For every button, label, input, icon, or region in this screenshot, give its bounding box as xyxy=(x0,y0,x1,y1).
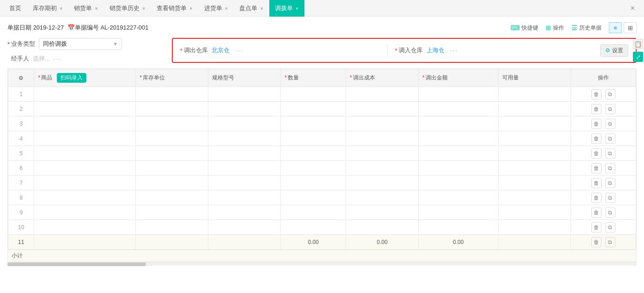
row-5-qty[interactable] xyxy=(281,146,346,161)
row-2-amount[interactable] xyxy=(419,102,498,116)
doc-number-value[interactable]: AL-20191227-001 xyxy=(100,24,148,31)
row-7-cost[interactable] xyxy=(346,176,419,190)
row-2-product[interactable] xyxy=(34,102,136,116)
horizontal-scrollbar[interactable] xyxy=(7,262,637,266)
row-6-product[interactable] xyxy=(34,161,136,176)
calendar-icon[interactable]: 📅 xyxy=(67,24,75,31)
row-9-cost[interactable] xyxy=(346,205,419,220)
row-1-product[interactable] xyxy=(34,87,136,102)
row-2-copy[interactable]: ⧉ xyxy=(605,104,615,114)
row-2-spec[interactable] xyxy=(208,102,281,116)
row-4-spec[interactable] xyxy=(208,131,281,146)
row-7-copy[interactable]: ⧉ xyxy=(605,178,615,188)
row-7-product[interactable] xyxy=(34,176,136,190)
row-8-cost[interactable] xyxy=(346,190,419,205)
row-7-amount[interactable] xyxy=(419,176,498,190)
tab-home[interactable]: 首页 xyxy=(4,0,27,17)
row-3-spec[interactable] xyxy=(208,116,281,131)
history-action[interactable]: ☰ 历史单据 xyxy=(571,24,601,32)
row-5-product[interactable] xyxy=(34,146,136,161)
out-warehouse-more[interactable]: ··· xyxy=(235,47,243,54)
row-2-delete[interactable]: 🗑 xyxy=(591,104,601,114)
window-close-button[interactable]: × xyxy=(625,4,640,12)
row-10-amount[interactable] xyxy=(419,220,498,235)
row-9-delete[interactable]: 🗑 xyxy=(591,208,601,218)
panel-expand-button[interactable]: ⤢ xyxy=(633,52,643,62)
row-6-unit[interactable] xyxy=(136,161,208,176)
row-10-qty[interactable] xyxy=(281,220,346,235)
row-6-delete[interactable]: 🗑 xyxy=(591,163,601,173)
row-3-delete[interactable]: 🗑 xyxy=(591,119,601,129)
subtotal-delete[interactable]: 🗑 xyxy=(591,237,601,247)
row-7-spec[interactable] xyxy=(208,176,281,190)
row-2-qty[interactable] xyxy=(281,102,346,116)
row-8-spec[interactable] xyxy=(208,190,281,205)
row-9-unit[interactable] xyxy=(136,205,208,220)
person-input[interactable]: 选择... xyxy=(33,55,50,63)
row-8-unit[interactable] xyxy=(136,190,208,205)
tab-stocktake[interactable]: 盘点单 × xyxy=(234,0,269,17)
row-1-cost[interactable] xyxy=(346,87,419,102)
tab-sales[interactable]: 销货单 × xyxy=(68,0,103,17)
row-1-qty[interactable] xyxy=(281,87,346,102)
grid-view-button[interactable]: ⊞ xyxy=(624,22,637,33)
row-10-spec[interactable] xyxy=(208,220,281,235)
row-8-copy[interactable]: ⧉ xyxy=(605,193,615,203)
row-5-amount[interactable] xyxy=(419,146,498,161)
row-5-delete[interactable]: 🗑 xyxy=(591,148,601,159)
subtotal-copy[interactable]: ⧉ xyxy=(605,237,615,247)
row-10-cost[interactable] xyxy=(346,220,419,235)
row-7-unit[interactable] xyxy=(136,176,208,190)
row-4-copy[interactable]: ⧉ xyxy=(605,134,615,144)
tab-view-sales[interactable]: 查看销货单 × xyxy=(151,0,198,17)
tab-inventory-close[interactable]: × xyxy=(60,6,62,11)
row-5-copy[interactable]: ⧉ xyxy=(605,148,615,159)
row-4-qty[interactable] xyxy=(281,131,346,146)
row-3-product[interactable] xyxy=(34,116,136,131)
row-3-copy[interactable]: ⧉ xyxy=(605,119,615,129)
in-warehouse-more[interactable]: ··· xyxy=(450,47,458,54)
tab-inventory[interactable]: 库存期初 × xyxy=(27,0,68,17)
row-2-unit[interactable] xyxy=(136,102,208,116)
tab-transfer[interactable]: 调拨单 × xyxy=(269,0,304,17)
panel-note-button[interactable]: 📋 xyxy=(633,39,643,49)
operations-action[interactable]: ⊞ 操作 xyxy=(546,24,564,32)
doc-date-value[interactable]: 2019-12-27 xyxy=(33,24,64,31)
row-10-unit[interactable] xyxy=(136,220,208,235)
th-gear[interactable]: ⚙ xyxy=(8,69,34,87)
row-7-qty[interactable] xyxy=(281,176,346,190)
row-2-cost[interactable] xyxy=(346,102,419,116)
row-5-spec[interactable] xyxy=(208,146,281,161)
settings-button[interactable]: ⚙ 设置 xyxy=(600,44,628,57)
row-10-copy[interactable]: ⧉ xyxy=(605,222,615,232)
row-4-product[interactable] xyxy=(34,131,136,146)
tab-sales-close[interactable]: × xyxy=(95,6,97,11)
tab-sales-history[interactable]: 销货单历史 × xyxy=(104,0,151,17)
list-view-button[interactable]: ≡ xyxy=(609,22,622,33)
row-8-amount[interactable] xyxy=(419,190,498,205)
tab-view-sales-close[interactable]: × xyxy=(189,6,192,11)
row-1-amount[interactable] xyxy=(419,87,498,102)
row-5-cost[interactable] xyxy=(346,146,419,161)
row-8-product[interactable] xyxy=(34,190,136,205)
row-6-cost[interactable] xyxy=(346,161,419,176)
tab-purchase-close[interactable]: × xyxy=(225,6,228,11)
row-3-qty[interactable] xyxy=(281,116,346,131)
row-6-copy[interactable]: ⧉ xyxy=(605,163,615,173)
row-9-spec[interactable] xyxy=(208,205,281,220)
tab-sales-history-close[interactable]: × xyxy=(142,6,145,11)
tab-transfer-close[interactable]: × xyxy=(296,6,298,11)
row-4-cost[interactable] xyxy=(346,131,419,146)
out-warehouse-value[interactable]: 北京仓 xyxy=(212,46,230,55)
row-1-unit[interactable] xyxy=(136,87,208,102)
row-8-delete[interactable]: 🗑 xyxy=(591,193,601,203)
tab-stocktake-close[interactable]: × xyxy=(260,6,263,11)
scan-button[interactable]: 扫码录入 xyxy=(57,73,86,83)
row-9-product[interactable] xyxy=(34,205,136,220)
row-3-cost[interactable] xyxy=(346,116,419,131)
row-1-delete[interactable]: 🗑 xyxy=(591,89,601,99)
row-1-copy[interactable]: ⧉ xyxy=(605,89,615,99)
row-8-qty[interactable] xyxy=(281,190,346,205)
person-more-icon[interactable]: ··· xyxy=(54,55,62,62)
row-3-amount[interactable] xyxy=(419,116,498,131)
